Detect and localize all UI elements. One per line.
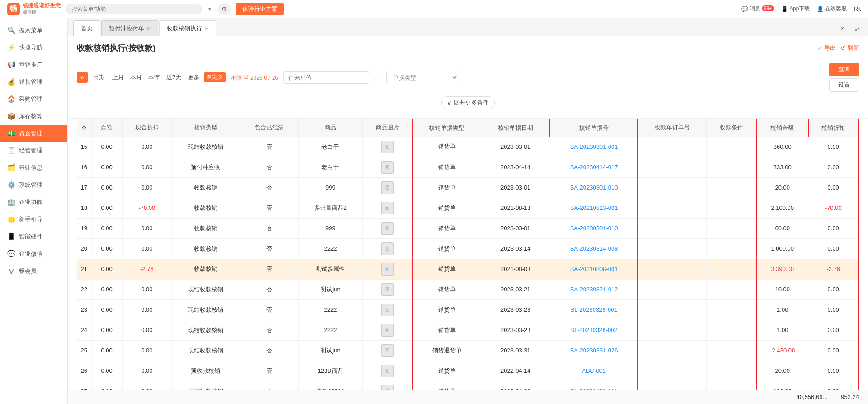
cell-writeoff-discount: 0.00 bbox=[808, 320, 859, 340]
sidebar-item-guide[interactable]: 🌟 新手引导 bbox=[0, 211, 67, 228]
cell-id: 27 bbox=[77, 381, 91, 390]
sidebar-item-member[interactable]: V 畅会员 bbox=[0, 262, 67, 280]
sidebar-item-sales[interactable]: 💰 销售管理 bbox=[0, 73, 67, 90]
page-header: 收款核销执行(按收款) ↗ 导出 ↺ 刷新 bbox=[68, 36, 868, 58]
top-search-input[interactable] bbox=[66, 4, 202, 14]
filter-expand-btn[interactable]: » bbox=[77, 72, 88, 83]
cell-bill-no[interactable]: SA-20230301-010 bbox=[550, 177, 638, 198]
cell-cash-discount: 0.00 bbox=[122, 137, 171, 157]
cell-id: 16 bbox=[77, 157, 91, 177]
cell-bill-no[interactable]: SA-20230321-012 bbox=[550, 279, 638, 299]
sidebar-item-basic[interactable]: 🗂️ 基础信息 bbox=[0, 159, 67, 176]
cell-goods: 衣服00001 bbox=[298, 381, 362, 390]
cell-bill-date: 2023-03-01 bbox=[481, 177, 550, 198]
sidebar-item-corp[interactable]: 🏢 企业协同 bbox=[0, 194, 67, 211]
cell-receipt-order-no bbox=[638, 279, 706, 299]
basic-icon: 🗂️ bbox=[7, 164, 15, 172]
sidebar-item-inventory[interactable]: 📦 库存核算 bbox=[0, 108, 67, 125]
date-link-last-month[interactable]: 上月 bbox=[110, 72, 126, 82]
cell-bill-no[interactable]: SA-20210808-001 bbox=[550, 259, 638, 279]
expand-more-icon: ∨ bbox=[447, 100, 452, 106]
date-link-7days[interactable]: 近7天 bbox=[165, 72, 183, 82]
cell-writeoff-discount: 0.00 bbox=[808, 238, 859, 259]
cell-writeoff-discount: 0.00 bbox=[808, 157, 859, 177]
cell-writeoff-amount: 20.00 bbox=[756, 361, 808, 381]
cell-include-closed: 否 bbox=[240, 320, 298, 340]
cell-bill-no[interactable]: SA-20230301-010 bbox=[550, 218, 638, 238]
date-custom-btn[interactable]: 自定义 bbox=[204, 72, 226, 82]
cell-bill-type-writeoff: 销货单 bbox=[412, 218, 481, 238]
sidebar-item-purchase[interactable]: 🏠 采购管理 bbox=[0, 90, 67, 108]
wechat-icon: 💬 bbox=[7, 250, 15, 258]
sidebar-item-finance[interactable]: 💵 资金管理 bbox=[0, 125, 67, 142]
app-download-btn[interactable]: 📱 App下载 bbox=[781, 5, 810, 13]
cell-receipt-condition bbox=[707, 361, 756, 381]
sidebar-item-search[interactable]: 🔍 搜索菜单 bbox=[0, 22, 67, 39]
export-btn[interactable]: ↗ 导出 bbox=[817, 44, 836, 52]
dropdown-arrow-icon[interactable]: ▼ bbox=[207, 6, 212, 12]
table-row: 21 0.00 -2.76 收款核销 否 测试多属性 图 销货单 2021-08… bbox=[77, 259, 859, 279]
cell-writeoff-type: 预收款核销 bbox=[172, 361, 240, 381]
query-btn[interactable]: 查询 bbox=[829, 63, 859, 76]
sidebar-label-finance: 资金管理 bbox=[19, 129, 42, 138]
table-container[interactable]: ⚙ 余额 现金折扣 核销类型 包含已结清 商品 商品图片 核销单据类型 核销单据… bbox=[68, 119, 868, 390]
tab-prepay[interactable]: 预付冲应付单 × bbox=[101, 20, 158, 36]
cell-balance: 0.00 bbox=[91, 218, 122, 238]
message-area[interactable]: 💬 消息 99+ bbox=[741, 5, 774, 13]
cell-receipt-condition bbox=[707, 157, 756, 177]
tab-close-window-icon[interactable]: × bbox=[837, 23, 848, 34]
cell-goods: 2222 bbox=[298, 238, 362, 259]
date-link-this-year[interactable]: 本年 bbox=[146, 72, 162, 82]
sidebar-item-quicknav[interactable]: ⚡ 快捷导航 bbox=[0, 39, 67, 56]
trading-unit-input[interactable] bbox=[283, 71, 369, 84]
cell-include-closed: 否 bbox=[240, 218, 298, 238]
tab-receipt-label: 收款核销执行 bbox=[167, 24, 202, 33]
sidebar-item-operation[interactable]: 📋 经营管理 bbox=[0, 142, 67, 159]
cell-bill-no[interactable]: SL-20230328-001 bbox=[550, 299, 638, 320]
cell-bill-date: 2023-03-21 bbox=[481, 279, 550, 299]
cell-cash-discount: 0.00 bbox=[122, 177, 171, 198]
cell-writeoff-type: 现结收款核销 bbox=[172, 299, 240, 320]
sidebar-item-wechat[interactable]: 💬 企业微信 bbox=[0, 245, 67, 262]
cell-writeoff-type: 收款核销 bbox=[172, 198, 240, 218]
cell-writeoff-discount: 0.00 bbox=[808, 218, 859, 238]
gear-icon[interactable]: ⚙ bbox=[218, 3, 231, 15]
col-include-closed: 包含已结清 bbox=[240, 119, 298, 137]
sidebar-item-hardware[interactable]: 📱 智能硬件 bbox=[0, 228, 67, 245]
cell-bill-no[interactable]: SA-20230331-026 bbox=[550, 340, 638, 361]
cell-goods: 多计量商品2 bbox=[298, 198, 362, 218]
cell-bill-no[interactable]: SA-20230301-001 bbox=[550, 137, 638, 157]
date-link-more[interactable]: 更多 bbox=[186, 72, 201, 82]
cell-bill-date: 2023-04-08 bbox=[481, 381, 550, 390]
cell-bill-type-writeoff: 销货单 bbox=[412, 157, 481, 177]
tab-prepay-close-icon[interactable]: × bbox=[147, 25, 151, 32]
cell-bill-no[interactable]: SL-20230328-002 bbox=[550, 320, 638, 340]
bill-type-select[interactable]: 单据类型 bbox=[386, 71, 458, 84]
cell-bill-no[interactable]: SL-20230408-001 bbox=[550, 381, 638, 390]
tab-receipt[interactable]: 收款核销执行 × bbox=[159, 20, 216, 36]
date-link-this-month[interactable]: 本月 bbox=[128, 72, 144, 82]
cell-writeoff-type: 现结收款核销 bbox=[172, 137, 240, 157]
refresh-btn[interactable]: ↺ 刷新 bbox=[840, 44, 859, 52]
online-service-btn[interactable]: 👤 在线客服 bbox=[817, 5, 847, 13]
cell-bill-no[interactable]: SA-20230314-008 bbox=[550, 238, 638, 259]
tab-receipt-close-icon[interactable]: × bbox=[205, 25, 208, 32]
cell-receipt-condition bbox=[707, 279, 756, 299]
cell-include-closed: 否 bbox=[240, 238, 298, 259]
tab-home[interactable]: 首页 bbox=[73, 20, 100, 36]
cell-goods-image: 图 bbox=[363, 218, 412, 238]
industry-btn[interactable]: 休验行业方案 bbox=[236, 3, 284, 15]
cell-bill-no[interactable]: SA-20210813-001 bbox=[550, 198, 638, 218]
expand-more-btn[interactable]: ∨ 展开更多条件 bbox=[441, 96, 495, 109]
cell-writeoff-type: 现结收款核销 bbox=[172, 381, 240, 390]
cell-bill-no[interactable]: ABC-001 bbox=[550, 361, 638, 381]
cell-writeoff-discount: -2.76 bbox=[808, 259, 859, 279]
cell-bill-no[interactable]: SA-20230414-017 bbox=[550, 157, 638, 177]
col-gear[interactable]: ⚙ bbox=[77, 119, 91, 137]
setting-btn[interactable]: 设置 bbox=[829, 78, 859, 92]
cell-include-closed: 否 bbox=[240, 279, 298, 299]
user-name[interactable]: Rit bbox=[854, 6, 861, 12]
sidebar-item-marketing[interactable]: 📢 营销推广 bbox=[0, 56, 67, 73]
sidebar-item-system[interactable]: ⚙️ 系统管理 bbox=[0, 176, 67, 194]
tab-expand-icon[interactable]: ⤢ bbox=[852, 23, 863, 34]
